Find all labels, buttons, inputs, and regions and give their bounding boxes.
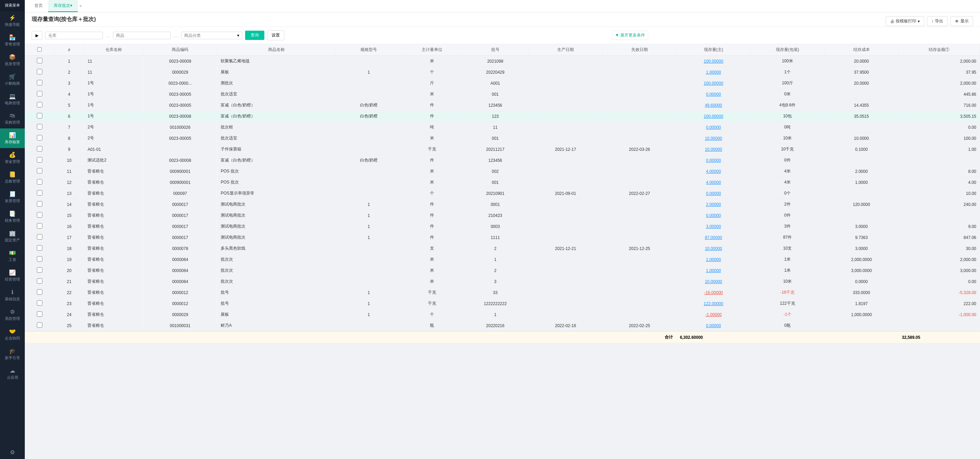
row-qty-main[interactable]: 10.00000: [676, 144, 750, 155]
row-checkbox[interactable]: [37, 58, 42, 63]
row-qty-main[interactable]: 122.00000: [676, 298, 750, 309]
sidebar-item-xiaoe[interactable]: 🛒 小鹅电商: [0, 70, 25, 89]
row-checkbox-cell[interactable]: [25, 221, 54, 232]
row-checkbox[interactable]: [37, 256, 42, 262]
row-qty-main[interactable]: 1.00000: [676, 67, 750, 78]
tab-inventory-batch[interactable]: 库存批次▾: [48, 0, 78, 12]
sidebar-item-management[interactable]: 📈 经营管理: [0, 266, 25, 285]
sidebar-item-cloud[interactable]: ☁ 云应用: [0, 364, 25, 384]
sidebar-item-collab[interactable]: 🤝 企业协同: [0, 325, 25, 344]
row-qty-main[interactable]: 87.00000: [676, 232, 750, 243]
row-qty-main[interactable]: 4.00000: [676, 166, 750, 177]
category-dropdown-icon[interactable]: ▾: [237, 33, 239, 38]
row-qty-main[interactable]: 4.00000: [676, 177, 750, 188]
row-checkbox[interactable]: [37, 146, 42, 151]
warehouse-input[interactable]: [48, 33, 100, 38]
export-button[interactable]: ↑ 导出: [927, 16, 948, 26]
row-checkbox[interactable]: [37, 168, 42, 174]
row-qty-main[interactable]: -16.00000: [676, 287, 750, 298]
settings-button[interactable]: 设置: [267, 30, 284, 40]
warehouse-filter[interactable]: [45, 32, 103, 39]
row-checkbox[interactable]: [37, 80, 42, 85]
sidebar-logo[interactable]: 搜索菜单: [0, 0, 25, 11]
row-checkbox[interactable]: [37, 311, 42, 317]
row-qty-main[interactable]: 10.00000: [676, 243, 750, 254]
sidebar-item-purchase[interactable]: 🛍 采购管理: [0, 109, 25, 128]
search-button[interactable]: 查询: [245, 31, 264, 40]
row-qty-main[interactable]: 10.00000: [676, 133, 750, 144]
select-all-checkbox[interactable]: [37, 47, 41, 52]
row-checkbox-cell[interactable]: [25, 133, 54, 144]
row-qty-main[interactable]: 1.00000: [676, 265, 750, 276]
row-qty-main[interactable]: 10.00000: [676, 276, 750, 287]
row-checkbox-cell[interactable]: [25, 276, 54, 287]
row-checkbox-cell[interactable]: [25, 254, 54, 265]
row-qty-main[interactable]: 2.00000: [676, 199, 750, 210]
sidebar-item-salary[interactable]: 💵 工资: [0, 246, 25, 266]
sidebar-item-quicknav[interactable]: ⚡ 快捷导航: [0, 11, 25, 31]
row-qty-main[interactable]: 0.00000: [676, 89, 750, 100]
row-checkbox-cell[interactable]: [25, 122, 54, 133]
sidebar-item-ledger[interactable]: 📒 总账管理: [0, 168, 25, 187]
row-checkbox[interactable]: [37, 190, 42, 196]
row-checkbox-cell[interactable]: [25, 100, 54, 111]
category-input[interactable]: [184, 33, 236, 38]
row-checkbox[interactable]: [37, 223, 42, 229]
row-checkbox[interactable]: [37, 234, 42, 240]
row-qty-main[interactable]: 1.00000: [676, 254, 750, 265]
row-checkbox[interactable]: [37, 69, 42, 74]
row-qty-main[interactable]: 100.00000: [676, 78, 750, 89]
sidebar-item-basicinfo[interactable]: ℹ 基础信息: [0, 285, 25, 305]
row-checkbox[interactable]: [37, 300, 42, 306]
row-checkbox-cell[interactable]: [25, 166, 54, 177]
row-qty-main[interactable]: 0.00000: [676, 188, 750, 199]
row-checkbox-cell[interactable]: [25, 177, 54, 188]
row-checkbox[interactable]: [37, 245, 42, 251]
row-checkbox-cell[interactable]: [25, 232, 54, 243]
row-checkbox-cell[interactable]: [25, 320, 54, 332]
row-checkbox[interactable]: [37, 91, 42, 96]
row-checkbox[interactable]: [37, 201, 42, 207]
row-checkbox[interactable]: [37, 157, 42, 163]
row-checkbox-cell[interactable]: [25, 56, 54, 67]
row-checkbox[interactable]: [37, 102, 42, 107]
expand-more-filters[interactable]: ▼ 展开更多条件: [612, 31, 648, 40]
sidebar-item-assets[interactable]: 🏢 固定资产: [0, 226, 25, 246]
row-qty-main[interactable]: 0.00000: [676, 122, 750, 133]
product-input[interactable]: [116, 33, 168, 38]
print-button[interactable]: 🖨 按模板打印 ▾: [886, 16, 924, 26]
row-checkbox-cell[interactable]: [25, 199, 54, 210]
row-checkbox-cell[interactable]: [25, 144, 54, 155]
sidebar-item-system[interactable]: ⚙ 系统管理: [0, 305, 25, 325]
row-checkbox-cell[interactable]: [25, 309, 54, 320]
row-checkbox-cell[interactable]: [25, 155, 54, 166]
sidebar-item-finance[interactable]: 💰 资金管理: [0, 148, 25, 168]
row-checkbox-cell[interactable]: [25, 188, 54, 199]
row-checkbox[interactable]: [37, 179, 42, 185]
sidebar-item-guide[interactable]: 🎓 新手引导: [0, 344, 25, 364]
row-checkbox[interactable]: [37, 212, 42, 218]
row-checkbox-cell[interactable]: [25, 265, 54, 276]
sidebar-item-retail[interactable]: 🏪 零售管理: [0, 31, 25, 50]
tab-home[interactable]: 首页: [29, 0, 48, 12]
row-checkbox[interactable]: [37, 289, 42, 295]
row-qty-main[interactable]: 49.60000: [676, 100, 750, 111]
sidebar-item-inventory[interactable]: 📊 库存核算: [0, 128, 25, 148]
filter-expand-btn[interactable]: ▶: [32, 31, 42, 40]
row-checkbox-cell[interactable]: [25, 89, 54, 100]
row-checkbox[interactable]: [37, 267, 42, 273]
row-qty-main[interactable]: 0.00000: [676, 210, 750, 221]
product-filter[interactable]: [113, 32, 171, 39]
row-qty-main[interactable]: 100.00000: [676, 111, 750, 122]
sidebar-item-wholesale[interactable]: 📦 批发管理: [0, 50, 25, 70]
sidebar-item-invoice[interactable]: 🧾 发票管理: [0, 187, 25, 207]
row-qty-main[interactable]: 100.00000: [676, 56, 750, 67]
row-checkbox-cell[interactable]: [25, 298, 54, 309]
row-checkbox-cell[interactable]: [25, 78, 54, 89]
row-qty-main[interactable]: 3.00000: [676, 221, 750, 232]
row-checkbox-cell[interactable]: [25, 67, 54, 78]
row-qty-main[interactable]: 0.00000: [676, 320, 750, 332]
row-qty-main[interactable]: -1.00000: [676, 309, 750, 320]
row-checkbox-cell[interactable]: [25, 243, 54, 254]
sidebar-item-ecommerce[interactable]: 💻 电商管理: [0, 89, 25, 109]
